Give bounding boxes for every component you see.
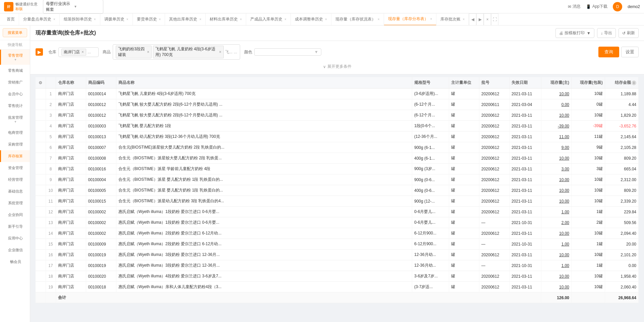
- sidebar-item-member-center[interactable]: 会员中心: [0, 88, 30, 100]
- row-stock-main[interactable]: 10.00: [541, 228, 572, 239]
- tab-7[interactable]: 产成品入库单历史 ×: [246, 13, 291, 25]
- summary-row: 合计 126.00 26,968.64: [36, 292, 639, 303]
- sidebar-item-enterprise-wechat[interactable]: 企业微信: [0, 244, 30, 256]
- settings-icon[interactable]: ⚙: [39, 80, 42, 85]
- export-btn[interactable]: ↓ 导出: [597, 28, 616, 38]
- sidebar-item-basic-info[interactable]: 基础信息: [0, 185, 30, 197]
- sidebar-item-operations[interactable]: 经营管理: [0, 174, 30, 185]
- tab-11[interactable]: 库存批次账 ×: [436, 13, 469, 25]
- tab-close[interactable]: ×: [126, 17, 128, 21]
- color-filter-input[interactable]: ▼: [254, 48, 321, 56]
- tab-close[interactable]: ×: [378, 17, 380, 21]
- row-stock-main[interactable]: 10.00: [541, 89, 572, 99]
- row-stock-main[interactable]: 10.00: [541, 271, 572, 282]
- sidebar-item-finance[interactable]: 资金管理: [0, 162, 30, 174]
- row-stock-main[interactable]: 10.00: [541, 174, 572, 185]
- sidebar-item-wholesale[interactable]: 批发管理 ▼: [0, 112, 30, 127]
- row-stock-main[interactable]: -39.00: [541, 121, 572, 131]
- sidebar-item-newbie[interactable]: 新手引导: [0, 221, 30, 232]
- settings-btn[interactable]: 设置: [621, 47, 639, 57]
- app-download-btn[interactable]: 📱 App下载: [586, 4, 607, 9]
- tab-prev-arrow[interactable]: ◀: [469, 13, 476, 25]
- tab-close[interactable]: ×: [463, 17, 465, 21]
- query-btn[interactable]: 查询: [598, 47, 619, 57]
- sidebar-item-marketing[interactable]: 营销推广: [0, 76, 30, 88]
- sidebar-item-enterprise-collab[interactable]: 企业协同: [0, 209, 30, 221]
- print-template-btn[interactable]: 🖨 按模板打印 ▼: [555, 28, 594, 38]
- row-balance: 665.04: [605, 164, 639, 174]
- user-name[interactable]: demo2: [628, 4, 640, 9]
- tab-home[interactable]: 首页: [3, 13, 19, 25]
- sidebar-item-system[interactable]: 系统管理: [0, 197, 30, 209]
- tab-10[interactable]: 现存量（库存分布表） ×: [384, 13, 437, 25]
- row-stock-main[interactable]: 10.00: [541, 185, 572, 196]
- tab-6[interactable]: 材料出库单历史 ×: [206, 13, 246, 25]
- tab-close[interactable]: ×: [159, 17, 161, 21]
- row-stock-main[interactable]: 9.00: [541, 142, 572, 153]
- tab-1[interactable]: 分量盘点单历史 ×: [19, 13, 60, 25]
- row-stock-main[interactable]: 10.00: [541, 250, 572, 260]
- row-stock-main[interactable]: 0.00: [541, 99, 572, 110]
- tab-maximize[interactable]: ⛶: [491, 13, 498, 25]
- row-stock-main[interactable]: 10.00: [541, 282, 572, 292]
- row-stock-main[interactable]: 10.00: [541, 153, 572, 164]
- tab-close[interactable]: ×: [284, 17, 286, 21]
- sidebar-item-retail-mgmt[interactable]: 零售管理 ▼: [0, 50, 30, 65]
- tab-2[interactable]: 组装拆卸单历史 ×: [60, 13, 100, 25]
- sidebar-item-retail-stats[interactable]: 零售统计: [0, 100, 30, 112]
- sidebar-item-ecommerce[interactable]: 电商管理: [0, 127, 30, 139]
- product-tag1-remove[interactable]: ×: [147, 50, 149, 54]
- tab-3[interactable]: 调拨单历史 ×: [100, 13, 133, 25]
- sidebar-item-purchase[interactable]: 采购管理: [0, 139, 30, 150]
- tab-close[interactable]: ×: [94, 17, 96, 21]
- sidebar-item-retail-mall[interactable]: 零售商城: [0, 65, 30, 76]
- tab-4[interactable]: 要货单历史 ×: [133, 13, 165, 25]
- row-stock-main[interactable]: 3.00: [541, 164, 572, 174]
- table-row: 17 南岸门店 00100019 惠氏启赋（Wyeth illuma）3段奶粉 …: [36, 260, 639, 271]
- tab-5[interactable]: 其他出库单历史 ×: [165, 13, 206, 25]
- tab-close[interactable]: ×: [430, 17, 432, 21]
- tab-close[interactable]: ×: [199, 17, 201, 21]
- row-stock-main[interactable]: 10.00: [541, 196, 572, 207]
- sidebar-item-app-center[interactable]: 应用中心: [0, 232, 30, 244]
- col-product-name: 商品名称: [116, 77, 412, 89]
- row-stock-main[interactable]: 2.00: [541, 217, 572, 228]
- row-stock-main[interactable]: 1.00: [541, 260, 572, 271]
- row-stock-main[interactable]: 10.00: [541, 110, 572, 121]
- tab-next-arrow[interactable]: ▶: [476, 13, 484, 25]
- quick-nav-btn[interactable]: 快捷导航: [0, 40, 30, 50]
- messages-btn[interactable]: ✉ 消息: [568, 4, 581, 9]
- tab-close[interactable]: ×: [325, 17, 327, 21]
- row-name: 惠氏启赋（Wyeth illuma）1段奶粉 爱尔兰进口 0-6月婴...: [116, 217, 412, 228]
- refresh-btn[interactable]: ↺ 刷新: [619, 28, 639, 38]
- warehouse-tag-remove[interactable]: ×: [82, 50, 84, 54]
- tab-close-all[interactable]: ×: [484, 13, 491, 25]
- row-stock-main[interactable]: 1.00: [541, 239, 572, 250]
- row-batch: —: [479, 217, 509, 228]
- expand-more-btn[interactable]: ∨ 展开更多条件: [323, 64, 352, 69]
- filter-toggle-btn[interactable]: ▶: [36, 48, 43, 56]
- row-index: 14: [46, 228, 56, 239]
- tab-close[interactable]: ×: [240, 17, 242, 21]
- product-filter-input[interactable]: 飞鹤奶粉3段四罐装 × 飞鹤星飞帆 儿童奶粉 4段(3-6岁适用) 700克 ×…: [113, 44, 240, 60]
- sidebar-item-inventory[interactable]: 库存核算: [0, 150, 30, 162]
- search-menu-btn[interactable]: 搜索菜单: [3, 28, 27, 37]
- product-tag2-remove[interactable]: ×: [219, 50, 221, 54]
- row-empty: [36, 110, 46, 121]
- table-row: 8 南岸门店 00100016 合生元（BIOSTIME）派星 学龄前儿童配方奶…: [36, 164, 639, 174]
- sidebar-item-member[interactable]: 畅会员: [0, 256, 30, 268]
- warehouse-filter-input[interactable]: 南岸门店 × ...: [58, 47, 99, 57]
- balance-info-icon[interactable]: i: [632, 80, 636, 85]
- tab-close[interactable]: ×: [53, 17, 55, 21]
- tab-8[interactable]: 成本调整单历史 ×: [291, 13, 331, 25]
- row-stock-main[interactable]: 1.00: [541, 207, 572, 217]
- row-spec: (3-7岁适...: [412, 282, 449, 292]
- org-selector[interactable]: 母婴行业演示账套 ▼: [43, 0, 103, 14]
- export-icon: ↓: [601, 31, 603, 36]
- col-settings[interactable]: ⚙: [36, 77, 46, 89]
- row-unit: 罐: [449, 239, 479, 250]
- row-expire: 2021-03-11: [509, 228, 541, 239]
- row-stock-pkg: 10罐: [572, 89, 605, 99]
- row-stock-main[interactable]: 11.00: [541, 131, 572, 142]
- tab-9[interactable]: 现存量（库存状况表） ×: [331, 13, 384, 25]
